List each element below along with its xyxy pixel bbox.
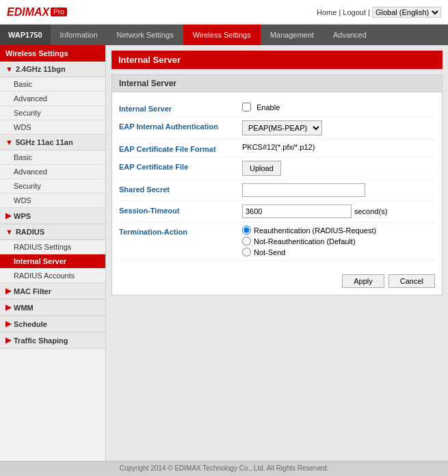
group-mac-filter-label: MAC Filter	[14, 287, 51, 295]
logo-edimax: EDIMAX	[7, 6, 49, 18]
arrow-icon: ▶	[5, 336, 11, 345]
cancel-button[interactable]: Cancel	[388, 274, 435, 288]
termination-option-3[interactable]: Not-Send	[242, 248, 376, 256]
form-row-eap-cert-file: EAP Certificate File Upload	[119, 157, 435, 180]
session-timeout-input[interactable]: 3600	[242, 204, 352, 218]
nav-information[interactable]: Information	[51, 25, 107, 45]
session-timeout-field: 3600 second(s)	[242, 204, 435, 218]
device-name: WAP1750	[0, 25, 51, 45]
sidebar-group-header-wps[interactable]: ▶ WPS	[0, 208, 105, 224]
box-title: Internal Server	[112, 75, 442, 92]
page-title: Internal Server	[111, 51, 443, 69]
group-radius-label: RADIUS	[16, 228, 44, 236]
arrow-icon: ▶	[5, 319, 11, 328]
termination-radio-2[interactable]	[242, 237, 251, 246]
group-wps-label: WPS	[14, 212, 31, 220]
sidebar-item-5ghz-advanced[interactable]: Advanced	[0, 165, 105, 179]
sidebar-group-header-24ghz[interactable]: ▼ 2.4GHz 11bgn	[0, 62, 105, 77]
sidebar-group-wmm: ▶ WMM	[0, 300, 105, 316]
arrow-icon: ▶	[5, 211, 11, 220]
sidebar-group-traffic-shaping: ▶ Traffic Shaping	[0, 332, 105, 349]
content-box: Internal Server Internal Server Enable E…	[111, 75, 443, 295]
sidebar-group-header-mac-filter[interactable]: ▶ MAC Filter	[0, 283, 105, 300]
sidebar-group-wps: ▶ WPS	[0, 208, 105, 224]
arrow-icon: ▼	[5, 65, 13, 73]
form-row-eap-auth: EAP Internal Authentication PEAP(MS-PEAP…	[119, 117, 435, 140]
apply-button[interactable]: Apply	[342, 274, 384, 288]
form-row-shared-secret: Shared Secret	[119, 180, 435, 201]
sidebar-item-5ghz-wds[interactable]: WDS	[0, 194, 105, 208]
arrow-icon: ▼	[5, 138, 13, 146]
navbar: WAP1750 Information Network Settings Wir…	[0, 25, 448, 45]
shared-secret-input[interactable]	[242, 183, 365, 197]
form-row-internal-server: Internal Server Enable	[119, 99, 435, 117]
content-area: Internal Server Internal Server Internal…	[106, 45, 448, 461]
sidebar-item-internal-server[interactable]: Internal Server	[0, 254, 105, 269]
sidebar-title: Wireless Settings	[0, 45, 105, 62]
sidebar-item-24ghz-wds[interactable]: WDS	[0, 120, 105, 135]
logo: EDIMAX Pro	[7, 6, 67, 18]
logo-pro: Pro	[51, 8, 67, 16]
header: EDIMAX Pro Home | Logout | Global (Engli…	[0, 0, 448, 25]
form-row-termination-action: Termination-Action Reauthentication (RAD…	[119, 222, 435, 261]
session-timeout-unit: second(s)	[354, 207, 387, 215]
language-select[interactable]: Global (English)	[372, 7, 441, 18]
group-5ghz-label: 5GHz 11ac 11an	[16, 138, 73, 146]
eap-cert-format-label: EAP Certificate File Format	[119, 143, 242, 153]
internal-server-checkbox[interactable]	[242, 103, 251, 111]
sidebar-group-mac-filter: ▶ MAC Filter	[0, 283, 105, 300]
sidebar-group-header-radius[interactable]: ▼ RADIUS	[0, 224, 105, 240]
eap-auth-select[interactable]: PEAP(MS-PEAP)	[242, 120, 322, 135]
eap-cert-format-text: PKCS#12(*.pfx/*.p12)	[242, 143, 315, 151]
footer: Copyright 2014 © EDIMAX Technology Co., …	[0, 461, 448, 476]
termination-radio-3[interactable]	[242, 248, 251, 256]
sidebar-item-radius-accounts[interactable]: RADIUS Accounts	[0, 269, 105, 283]
internal-server-enable-label: Enable	[256, 103, 280, 111]
header-links: Home | Logout | Global (English)	[317, 7, 441, 18]
termination-option-1[interactable]: Reauthentication (RADIUS-Request)	[242, 226, 376, 235]
sidebar-item-radius-settings[interactable]: RADIUS Settings	[0, 240, 105, 254]
termination-label-3: Not-Send	[254, 248, 285, 256]
termination-option-2[interactable]: Not-Reauthentication (Default)	[242, 237, 376, 246]
termination-action-label: Termination-Action	[119, 226, 242, 236]
termination-radio-group: Reauthentication (RADIUS-Request) Not-Re…	[242, 226, 376, 256]
internal-server-label: Internal Server	[119, 103, 242, 113]
eap-auth-field: PEAP(MS-PEAP)	[242, 120, 435, 135]
termination-action-field: Reauthentication (RADIUS-Request) Not-Re…	[242, 226, 435, 256]
logout-link[interactable]: Logout	[343, 8, 366, 16]
termination-radio-1[interactable]	[242, 226, 251, 235]
sidebar-group-schedule: ▶ Schedule	[0, 316, 105, 332]
eap-cert-file-label: EAP Certificate File	[119, 161, 242, 171]
shared-secret-label: Shared Secret	[119, 183, 242, 194]
form-table: Internal Server Enable EAP Internal Auth…	[112, 92, 442, 267]
eap-cert-file-field: Upload	[242, 161, 435, 176]
eap-cert-format-value: PKCS#12(*.pfx/*.p12)	[242, 143, 435, 151]
sidebar-group-header-5ghz[interactable]: ▼ 5GHz 11ac 11an	[0, 135, 105, 150]
nav-network-settings[interactable]: Network Settings	[107, 25, 183, 45]
sidebar-group-24ghz: ▼ 2.4GHz 11bgn Basic Advanced Security W…	[0, 62, 105, 135]
sidebar-group-header-wmm[interactable]: ▶ WMM	[0, 300, 105, 316]
group-schedule-label: Schedule	[14, 320, 47, 328]
nav-management[interactable]: Management	[261, 25, 324, 45]
action-row: Apply Cancel	[112, 267, 442, 295]
sidebar-item-24ghz-security[interactable]: Security	[0, 106, 105, 120]
sidebar-item-5ghz-basic[interactable]: Basic	[0, 150, 105, 165]
internal-server-field: Enable	[242, 103, 435, 111]
sidebar-item-5ghz-security[interactable]: Security	[0, 179, 105, 194]
form-row-eap-cert-format: EAP Certificate File Format PKCS#12(*.pf…	[119, 140, 435, 157]
eap-auth-label: EAP Internal Authentication	[119, 120, 242, 131]
group-24ghz-label: 2.4GHz 11bgn	[16, 65, 66, 73]
termination-label-2: Not-Reauthentication (Default)	[254, 237, 356, 246]
upload-button[interactable]: Upload	[242, 161, 281, 176]
arrow-icon: ▶	[5, 287, 11, 295]
nav-wireless-settings[interactable]: Wireless Settings	[183, 25, 261, 45]
arrow-icon: ▶	[5, 303, 11, 312]
sidebar-item-24ghz-basic[interactable]: Basic	[0, 77, 105, 92]
sidebar-group-header-traffic-shaping[interactable]: ▶ Traffic Shaping	[0, 332, 105, 349]
nav-advanced[interactable]: Advanced	[324, 25, 376, 45]
footer-text: Copyright 2014 © EDIMAX Technology Co., …	[120, 464, 329, 472]
sidebar-group-radius: ▼ RADIUS RADIUS Settings Internal Server…	[0, 224, 105, 283]
sidebar-group-header-schedule[interactable]: ▶ Schedule	[0, 316, 105, 332]
sidebar-item-24ghz-advanced[interactable]: Advanced	[0, 92, 105, 106]
home-link[interactable]: Home	[317, 8, 337, 16]
